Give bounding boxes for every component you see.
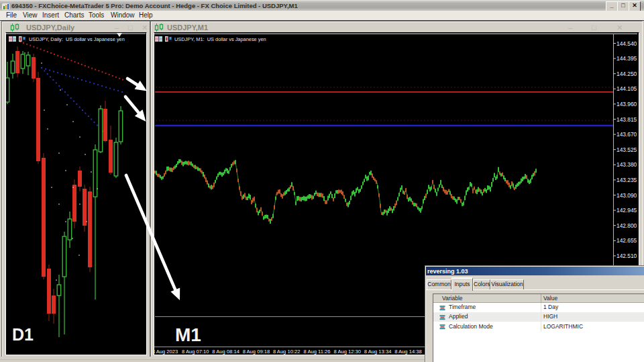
svg-text:8 Aug 13:34: 8 Aug 13:34	[364, 349, 392, 355]
svg-text:USDJPY, M1: US dollar vs Japa: USDJPY, M1: US dollar vs Japanese yen	[174, 36, 266, 42]
svg-text:142.510: 142.510	[616, 253, 637, 259]
svg-text:M1: M1	[175, 324, 201, 345]
svg-text:8 Aug 14:38: 8 Aug 14:38	[394, 349, 422, 355]
svg-text:8 Aug 07:10: 8 Aug 07:10	[182, 349, 209, 355]
svg-text:143.670: 143.670	[616, 131, 637, 138]
svg-text:8 Aug 08:14: 8 Aug 08:14	[212, 349, 239, 355]
svg-text:8 Aug 09:18: 8 Aug 09:18	[243, 349, 270, 355]
svg-text:143.380: 143.380	[616, 161, 637, 168]
svg-text:142.800: 142.800	[616, 222, 637, 229]
svg-text:144.395: 144.395	[616, 55, 637, 62]
svg-text:143.525: 143.525	[616, 146, 637, 153]
svg-text:8 Aug 2023: 8 Aug 2023	[154, 349, 178, 355]
svg-text:142.655: 142.655	[616, 237, 637, 244]
svg-text:143.960: 143.960	[616, 101, 637, 107]
svg-text:144.105: 144.105	[616, 85, 637, 92]
svg-text:144.540: 144.540	[616, 40, 637, 47]
svg-text:144.250: 144.250	[616, 71, 637, 77]
svg-text:8 Aug 10:22: 8 Aug 10:22	[273, 349, 301, 355]
svg-text:8 Aug 11:26: 8 Aug 11:26	[304, 349, 331, 355]
svg-text:143.815: 143.815	[616, 116, 637, 123]
svg-text:142.945: 142.945	[616, 207, 637, 214]
svg-text:143.235: 143.235	[616, 177, 637, 183]
svg-text:D1: D1	[12, 325, 34, 344]
svg-text:8 Aug 12:30: 8 Aug 12:30	[334, 349, 362, 355]
svg-text:USDJPY, Daily: US dollar vs J: USDJPY, Daily: US dollar vs Japanese yen	[29, 36, 125, 42]
svg-text:143.090: 143.090	[616, 192, 637, 199]
